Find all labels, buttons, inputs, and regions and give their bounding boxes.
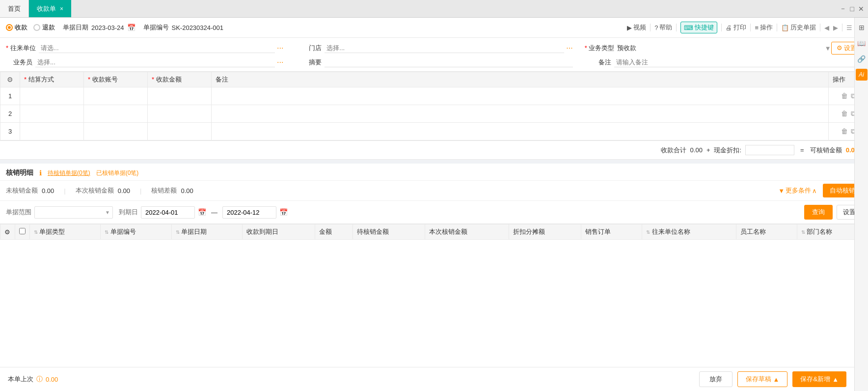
- radio-receive[interactable]: 收款: [6, 23, 27, 32]
- date-to-input[interactable]: [222, 206, 276, 219]
- right-sidebar: ⊞ 📖 🔗 Ai: [854, 18, 868, 391]
- summary-label: 摘要: [295, 58, 325, 67]
- tab-home-label: 首页: [8, 4, 21, 13]
- row-1-delete-icon[interactable]: 🗑: [841, 92, 848, 100]
- available-label: 可核销金额: [810, 146, 842, 155]
- summary-field-group: 摘要: [295, 57, 572, 67]
- unverified-label: 未核销金额: [6, 186, 38, 195]
- sidebar-link-icon[interactable]: 🔗: [856, 53, 868, 65]
- staff-input[interactable]: [35, 57, 275, 67]
- equals-sign: =: [800, 146, 804, 154]
- operation-btn[interactable]: ≡ 操作: [755, 23, 773, 32]
- remark-input[interactable]: [614, 57, 862, 67]
- col-account-header: * 收款账号: [84, 72, 148, 87]
- tab-home[interactable]: 首页: [0, 0, 29, 17]
- abandon-btn[interactable]: 放弃: [699, 371, 732, 387]
- help-icon: ?: [654, 24, 658, 31]
- date-value[interactable]: 2023-03-24: [91, 24, 124, 31]
- staff-label: 业务员: [6, 58, 35, 67]
- tab-close-icon[interactable]: ×: [60, 5, 63, 12]
- discount-input[interactable]: [745, 145, 794, 155]
- col-party-name: ⇅ 往来单位名称: [642, 224, 736, 240]
- keyboard-icon: ⌨: [684, 24, 693, 31]
- save-dropdown-icon[interactable]: ▲: [832, 376, 839, 383]
- party-input[interactable]: [39, 43, 275, 53]
- plus-sign: +: [706, 146, 710, 154]
- more-filter: ▼ 更多条件 ∧ 自动核销: [778, 184, 862, 197]
- col-bill-number: ⇅ 单据编号: [101, 224, 171, 240]
- form-section: 往来单位 ··· 门店 ··· 业务类型 预收款 ▼ ⚙ 设置 业务员: [0, 38, 868, 72]
- calendar-icon[interactable]: 📅: [127, 24, 136, 31]
- tab-receipt[interactable]: 收款单 ×: [29, 0, 71, 17]
- party-more-btn[interactable]: ···: [277, 44, 283, 53]
- diff-label: 核销差额: [151, 186, 177, 195]
- tab-bar-right: － □ ✕: [840, 4, 868, 13]
- row-2-settle[interactable]: [20, 105, 84, 123]
- draft-btn[interactable]: 保存草稿 ▲: [737, 371, 788, 387]
- nav-left-icon[interactable]: ◀: [824, 24, 829, 31]
- draft-dropdown-icon[interactable]: ▲: [773, 376, 780, 383]
- pending-tab[interactable]: 待核销单据(0笔): [48, 169, 90, 177]
- help-btn[interactable]: ? 帮助: [654, 23, 672, 32]
- draft-label: 保存草稿: [746, 375, 771, 384]
- history-btn[interactable]: 📋 历史单据: [781, 23, 816, 32]
- row-3-settle[interactable]: [20, 123, 84, 140]
- sidebar-book-icon[interactable]: 📖: [856, 37, 868, 49]
- row-1-remark[interactable]: [212, 87, 829, 105]
- row-1-settle[interactable]: [20, 87, 84, 105]
- biz-type-value[interactable]: 预收款: [617, 44, 824, 53]
- table-gear-icon[interactable]: ⚙: [7, 76, 13, 84]
- row-3-account[interactable]: [84, 123, 148, 140]
- store-more-btn[interactable]: ···: [566, 44, 572, 53]
- row-1-amount[interactable]: [148, 87, 212, 105]
- sidebar-table-icon[interactable]: ⊞: [856, 22, 868, 33]
- window-close-icon[interactable]: ✕: [858, 5, 864, 13]
- calendar-to-icon[interactable]: 📅: [279, 208, 288, 216]
- save-btn[interactable]: 保存&新增 ▲: [792, 371, 846, 387]
- store-input[interactable]: [325, 43, 564, 53]
- select-all-checkbox[interactable]: [19, 228, 26, 234]
- range-select[interactable]: [34, 206, 113, 219]
- query-btn[interactable]: 查询: [804, 205, 833, 220]
- nav-right-icon[interactable]: ▶: [833, 24, 838, 31]
- more-conditions-btn[interactable]: ▼ 更多条件 ∧: [778, 186, 817, 195]
- staff-more-btn[interactable]: ···: [277, 58, 283, 67]
- number-value[interactable]: SK-20230324-001: [172, 24, 224, 31]
- row-3-delete-icon[interactable]: 🗑: [841, 127, 848, 136]
- radio-receive-circle: [6, 24, 13, 31]
- date-sep: —: [211, 209, 217, 216]
- col-gear-bottom[interactable]: ⚙: [4, 228, 10, 236]
- col-staff-name: 员工名称: [736, 224, 797, 240]
- print-btn[interactable]: 🖨 打印: [726, 23, 746, 32]
- window-restore-icon[interactable]: □: [850, 5, 854, 13]
- row-2-amount[interactable]: [148, 105, 212, 123]
- chevron-up-icon: ∧: [812, 187, 817, 195]
- summary-input[interactable]: [325, 57, 572, 67]
- col-checkbox-all: [15, 224, 30, 240]
- row-2-delete-icon[interactable]: 🗑: [841, 110, 848, 118]
- date-from-input[interactable]: [141, 206, 195, 219]
- col-current-amount: 本次核销金额: [425, 224, 509, 240]
- radio-refund[interactable]: 退款: [33, 23, 55, 32]
- info-icon[interactable]: ℹ: [39, 169, 42, 177]
- video-btn[interactable]: ▶ 视频: [627, 23, 646, 32]
- row-2-remark[interactable]: [212, 105, 829, 123]
- list-view-icon[interactable]: ☰: [846, 24, 852, 31]
- verify-section: 核销明细 ℹ 待核销单据(0笔) 已核销单据(0笔) 未核销金额 0.00 | …: [0, 160, 868, 240]
- row-3-amount[interactable]: [148, 123, 212, 140]
- biz-type-dropdown-icon[interactable]: ▼: [825, 45, 831, 52]
- remark-field-group: 备注: [585, 57, 862, 67]
- done-tab[interactable]: 已核销单据(0笔): [96, 169, 139, 177]
- col-remark-header: 备注: [212, 72, 829, 87]
- section-header: 核销明细 ℹ 待核销单据(0笔) 已核销单据(0笔): [0, 164, 868, 181]
- row-2-account[interactable]: [84, 105, 148, 123]
- per-bill-value: 0.00: [46, 376, 58, 383]
- shortcut-btn[interactable]: ⌨ 快捷键: [680, 22, 717, 33]
- sidebar-ai-icon[interactable]: Ai: [856, 69, 868, 81]
- row-1-account[interactable]: [84, 87, 148, 105]
- row-3-remark[interactable]: [212, 123, 829, 140]
- calendar-from-icon[interactable]: 📅: [198, 208, 206, 216]
- window-minimize-icon[interactable]: －: [840, 4, 846, 13]
- table-row: 2 🗑 ⧉: [0, 105, 868, 123]
- discount-label: 现金折扣:: [714, 146, 741, 155]
